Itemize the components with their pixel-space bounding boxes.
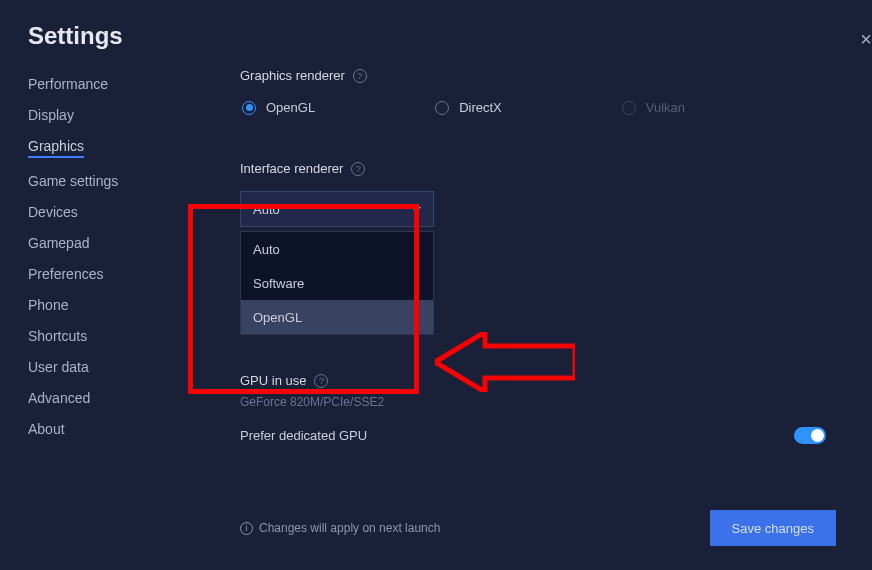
interface-renderer-label: Interface renderer ? [240,161,365,176]
help-icon[interactable]: ? [353,69,367,83]
interface-renderer-dropdown[interactable]: Auto [240,191,434,227]
radio-vulkan: Vulkan [622,100,685,115]
radio-icon [435,101,449,115]
radio-directx[interactable]: DirectX [435,100,502,115]
sidebar-item-phone[interactable]: Phone [28,297,68,313]
close-icon[interactable]: × [860,28,872,51]
radio-icon [622,101,636,115]
sidebar-item-gamepad[interactable]: Gamepad [28,235,89,251]
dropdown-item-software[interactable]: Software [241,266,433,300]
chevron-down-icon [411,207,421,212]
sidebar-item-user-data[interactable]: User data [28,359,89,375]
prefer-gpu-label: Prefer dedicated GPU [240,428,367,443]
sidebar-item-game-settings[interactable]: Game settings [28,173,118,189]
dropdown-item-auto[interactable]: Auto [241,232,433,266]
footer-note: i Changes will apply on next launch [240,521,440,535]
dropdown-item-opengl[interactable]: OpenGL [241,300,433,334]
gpu-in-use-label: GPU in use ? [240,373,328,388]
info-icon: i [240,522,253,535]
help-icon[interactable]: ? [351,162,365,176]
graphics-renderer-label: Graphics renderer ? [240,68,367,83]
sidebar-item-display[interactable]: Display [28,107,74,123]
prefer-gpu-toggle[interactable] [794,427,826,444]
sidebar-item-devices[interactable]: Devices [28,204,78,220]
interface-renderer-menu: Auto Software OpenGL [240,231,434,335]
sidebar-item-preferences[interactable]: Preferences [28,266,103,282]
sidebar-item-advanced[interactable]: Advanced [28,390,90,406]
radio-icon [242,101,256,115]
radio-opengl[interactable]: OpenGL [242,100,315,115]
save-button[interactable]: Save changes [710,510,836,546]
sidebar: Performance Display Graphics Game settin… [0,66,200,492]
sidebar-item-performance[interactable]: Performance [28,76,108,92]
help-icon[interactable]: ? [314,374,328,388]
gpu-value: GeForce 820M/PCIe/SSE2 [240,395,836,409]
sidebar-item-shortcuts[interactable]: Shortcuts [28,328,87,344]
sidebar-item-graphics[interactable]: Graphics [28,138,84,158]
sidebar-item-about[interactable]: About [28,421,65,437]
page-title: Settings [28,22,123,50]
